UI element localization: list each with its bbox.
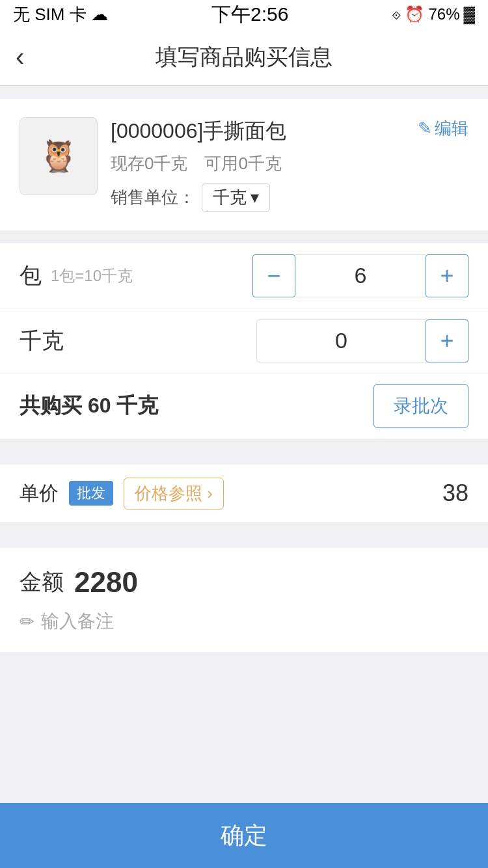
kg-quantity-input[interactable] xyxy=(256,319,426,362)
kg-label-group: 千克 xyxy=(20,326,256,356)
form-section: 包 1包=10千克 − + 千克 + xyxy=(0,243,488,373)
kg-label: 千克 xyxy=(20,326,64,356)
pack-quantity-control: − + xyxy=(252,254,468,297)
separator-1 xyxy=(0,230,488,243)
edit-icon: ✎ xyxy=(418,118,432,139)
price-label: 单价 xyxy=(20,480,59,507)
price-tag: 批发 xyxy=(69,481,113,506)
pack-label: 包 xyxy=(20,261,42,291)
separator-2 xyxy=(0,439,488,452)
back-button[interactable]: ‹ xyxy=(16,42,24,72)
product-card: 🦉 [0000006]手撕面包 ✎ 编辑 现存0千克 可用0千克 销售单位： 千… xyxy=(0,99,488,230)
kg-quantity-control: + xyxy=(256,319,468,362)
status-left: 无 SIM 卡 ☁ xyxy=(13,3,108,26)
kg-plus-button[interactable]: + xyxy=(426,319,468,362)
confirm-button[interactable]: 确定 xyxy=(0,803,488,868)
unit-select[interactable]: 千克 ▾ xyxy=(202,183,270,212)
pencil-icon: ✏ xyxy=(20,611,34,632)
total-text: 共购买 60 千克 xyxy=(20,392,158,420)
record-batch-button[interactable]: 录批次 xyxy=(373,384,468,428)
product-image: 🦉 xyxy=(20,117,98,195)
price-ref-button[interactable]: 价格参照 › xyxy=(124,478,224,509)
pack-plus-button[interactable]: + xyxy=(426,254,468,297)
kg-row: 千克 + xyxy=(0,308,488,373)
sim-status: 无 SIM 卡 ☁ xyxy=(13,3,108,26)
price-section: 单价 批发 价格参照 › 38 xyxy=(0,465,488,522)
nav-bar: ‹ 填写商品购买信息 xyxy=(0,29,488,86)
price-value: 38 xyxy=(442,480,468,507)
total-row: 共购买 60 千克 录批次 xyxy=(0,373,488,439)
chevron-down-icon: ▾ xyxy=(251,187,259,208)
pack-quantity-input[interactable] xyxy=(295,254,426,297)
edit-button[interactable]: ✎ 编辑 xyxy=(418,117,468,140)
remark-placeholder: 输入备注 xyxy=(41,609,114,634)
unit-value: 千克 xyxy=(213,186,247,209)
product-info: [0000006]手撕面包 ✎ 编辑 现存0千克 可用0千克 销售单位： 千克 … xyxy=(111,117,468,212)
product-unit-row: 销售单位： 千克 ▾ xyxy=(111,183,468,212)
price-row: 单价 批发 价格参照 › 38 xyxy=(20,465,468,522)
amount-row: 金额 2280 xyxy=(20,566,468,599)
product-stock: 现存0千克 可用0千克 xyxy=(111,152,468,175)
pack-row: 包 1包=10千克 − + xyxy=(0,243,488,308)
amount-value: 2280 xyxy=(74,566,138,599)
status-time: 下午2:56 xyxy=(211,1,288,28)
amount-section: 金额 2280 ✏ 输入备注 xyxy=(0,548,488,652)
edit-label: 编辑 xyxy=(435,117,468,140)
status-right: ⟐ ⏰ 76% ▓ xyxy=(392,5,475,23)
status-bar: 无 SIM 卡 ☁ 下午2:56 ⟐ ⏰ 76% ▓ xyxy=(0,0,488,29)
alarm-icon: ⏰ xyxy=(405,5,424,23)
unit-label: 销售单位： xyxy=(111,186,195,209)
pack-minus-button[interactable]: − xyxy=(252,254,295,297)
amount-label: 金额 xyxy=(20,567,64,597)
pack-label-group: 包 1包=10千克 xyxy=(20,261,252,291)
separator-3 xyxy=(0,522,488,535)
product-name: [0000006]手撕面包 xyxy=(111,117,286,146)
remark-row[interactable]: ✏ 输入备注 xyxy=(20,609,468,634)
page-title: 填写商品购买信息 xyxy=(156,42,332,72)
battery-icon: ▓ xyxy=(464,5,476,23)
pack-hint: 1包=10千克 xyxy=(51,265,133,286)
battery-level: 76% xyxy=(428,5,459,23)
product-logo-icon: 🦉 xyxy=(39,138,78,174)
location-icon: ⟐ xyxy=(392,5,401,23)
product-name-row: [0000006]手撕面包 ✎ 编辑 xyxy=(111,117,468,146)
